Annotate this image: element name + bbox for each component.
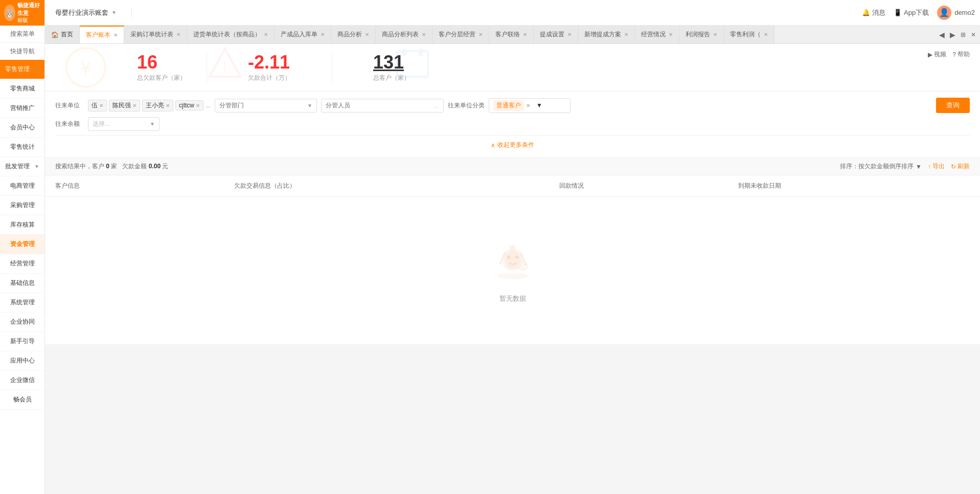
sort-selector[interactable]: 排序：按欠款金额倒序排序 ▼	[840, 162, 922, 171]
close-icon[interactable]: ✕	[764, 32, 768, 37]
unit-filter-tags: 伍 ✕ 陈民强 ✕ 王小亮 ✕ cjttcw ✕ ...	[88, 100, 211, 111]
stat-debt: -2.11 欠款合计（万）	[248, 53, 311, 82]
sidebar-item-inventory[interactable]: 库存核算	[0, 215, 44, 235]
close-icon[interactable]: ✕	[113, 32, 118, 38]
tab-customer-level[interactable]: 客户分层经营 ✕	[432, 26, 489, 44]
sidebar-item-marketing[interactable]: 营销推广	[0, 99, 44, 118]
sidebar: 🐰 畅捷通好生意 标版 搜索菜单 快捷导航 零售管理 ▼ 零售商城 营销推广 会…	[0, 0, 45, 494]
app-download-button[interactable]: 📱 App下载	[894, 8, 929, 17]
tab-retail-profit[interactable]: 零售利润（ ✕	[724, 26, 774, 44]
sidebar-item-operations[interactable]: 经营管理	[0, 254, 44, 274]
export-icon: ↑	[928, 163, 931, 170]
sidebar-item-app-center[interactable]: 应用中心	[0, 351, 44, 371]
sidebar-item-wechat[interactable]: 企业微信	[0, 371, 44, 390]
tab-close-all-icon[interactable]: ✕	[969, 30, 978, 39]
tab-product-analysis[interactable]: 商品分析 ✕	[331, 26, 376, 44]
svg-point-7	[497, 273, 528, 279]
svg-point-17	[524, 263, 526, 265]
chevron-down-icon: ▼	[150, 121, 155, 127]
total-customers-value: 16	[137, 53, 157, 72]
tab-customer-contact[interactable]: 客户联络 ✕	[489, 26, 534, 44]
close-icon[interactable]: ✕	[567, 32, 572, 37]
filter-area: 往来单位 伍 ✕ 陈民强 ✕ 王小亮 ✕ cjttcw	[45, 92, 980, 158]
user-menu[interactable]: 👤 demo2	[937, 6, 975, 20]
filter-row-1: 往来单位 伍 ✕ 陈民强 ✕ 王小亮 ✕ cjttcw	[55, 98, 970, 113]
sidebar-item-retail-mall[interactable]: 零售商城	[0, 79, 44, 99]
collapse-filter-button[interactable]: ∧ 收起更多条件	[55, 139, 970, 151]
company-selector[interactable]: 母婴行业演示账套 ▼	[50, 8, 132, 17]
close-icon[interactable]: ✕	[132, 103, 136, 108]
balance-label: 往来余额	[55, 120, 84, 128]
app-subtitle: 标版	[17, 17, 40, 24]
tab-customer-capital[interactable]: 客户账本 ✕	[80, 26, 124, 44]
unit-class-selector[interactable]: 普通客户 ✕ ▼	[489, 98, 571, 113]
result-info: 搜索结果中，客户 0 家 欠款金额 0.00 元	[55, 162, 168, 171]
close-icon[interactable]: ✕	[99, 103, 103, 108]
sidebar-item-newbie[interactable]: 新手引导	[0, 332, 44, 351]
sidebar-item-system[interactable]: 系统管理	[0, 293, 44, 312]
close-icon[interactable]: ✕	[264, 32, 268, 37]
data-table: 客户信息 欠款交易信息（占比） 回款情况 到期未收款日期	[45, 175, 980, 197]
sidebar-item-retail[interactable]: 零售管理 ▼	[0, 60, 44, 79]
sidebar-item-member[interactable]: 会员中心	[0, 118, 44, 138]
close-icon[interactable]: ✕	[166, 103, 170, 108]
tab-home[interactable]: 🏠 首页	[45, 26, 80, 44]
dept-selector[interactable]: 分管部门 ▼	[215, 99, 317, 113]
result-bar: 搜索结果中，客户 0 家 欠款金额 0.00 元 排序：按欠款金额倒序排序 ▼ …	[45, 158, 980, 175]
tabbar: 🏠 首页 客户账本 ✕ 采购订单统计表 ✕ 进货单统计表（按商品） ✕ 产成品入…	[45, 26, 980, 44]
close-icon[interactable]: ✕	[321, 32, 325, 37]
col-payment-status: 回款情况	[549, 175, 728, 197]
person-selector[interactable]: 分管人员 …	[321, 99, 444, 113]
sidebar-item-retail-stats[interactable]: 零售统计	[0, 138, 44, 157]
refresh-button[interactable]: ↻ 刷新	[951, 162, 970, 171]
close-icon[interactable]: ✕	[196, 103, 200, 108]
filter-more-tags[interactable]: ...	[206, 102, 211, 109]
query-button[interactable]: 查询	[936, 98, 970, 113]
sidebar-item-quick-nav[interactable]: 快捷导航	[0, 43, 44, 60]
sidebar-item-wholesale[interactable]: 批发管理 ▼	[0, 157, 44, 176]
tab-business-status[interactable]: 经营情况 ✕	[635, 26, 679, 44]
filter-tag-chen[interactable]: 陈民强 ✕	[109, 100, 140, 111]
tab-expand-icon[interactable]: ⊞	[959, 30, 968, 39]
sidebar-item-vip[interactable]: 畅会员	[0, 390, 44, 410]
close-icon[interactable]: ✕	[669, 32, 673, 37]
close-icon[interactable]: ✕	[478, 32, 483, 37]
tab-next-arrow[interactable]: ▶	[948, 30, 958, 40]
stat-total-customers-2: 131 总客户（家）	[373, 53, 430, 82]
tab-purchase-order[interactable]: 采购订单统计表 ✕	[124, 26, 187, 44]
filter-tag-wang[interactable]: 王小亮 ✕	[142, 100, 173, 111]
sidebar-item-finance[interactable]: 资金管理	[0, 235, 44, 254]
tab-profit-report[interactable]: 利润报告 ✕	[679, 26, 724, 44]
col-debt-info: 欠款交易信息（占比）	[224, 175, 549, 197]
close-icon[interactable]: ✕	[176, 32, 180, 37]
total-customers2-value: 131	[373, 53, 404, 72]
filter-tag-wu[interactable]: 伍 ✕	[88, 100, 107, 111]
balance-selector[interactable]: 选择... ▼	[88, 117, 159, 131]
chevron-down-icon: ▼	[916, 163, 922, 170]
close-icon[interactable]: ✕	[523, 32, 527, 37]
tab-instock-stats[interactable]: 进货单统计表（按商品） ✕	[187, 26, 275, 44]
svg-point-11	[515, 256, 518, 259]
close-icon[interactable]: ✕	[624, 32, 628, 37]
col-customer-info: 客户信息	[45, 175, 224, 197]
stat-divider-2	[332, 52, 332, 83]
tab-product-analysis-list[interactable]: 商品分析列表 ✕	[376, 26, 432, 44]
sidebar-item-basic-info[interactable]: 基础信息	[0, 274, 44, 293]
tab-suggest-settings[interactable]: 提成设置 ✕	[534, 26, 578, 44]
sidebar-item-purchase[interactable]: 采购管理	[0, 196, 44, 215]
close-icon[interactable]: ✕	[526, 103, 530, 108]
close-icon[interactable]: ✕	[713, 32, 717, 37]
close-icon[interactable]: ✕	[365, 32, 369, 37]
close-icon[interactable]: ✕	[422, 32, 426, 37]
export-button[interactable]: ↑ 导出	[928, 162, 945, 171]
tab-prev-arrow[interactable]: ◀	[937, 30, 947, 40]
sidebar-item-search[interactable]: 搜索菜单	[0, 26, 44, 43]
col-overdue-date: 到期未收款日期	[728, 175, 980, 197]
sidebar-item-ecommerce[interactable]: 电商管理	[0, 176, 44, 196]
tab-product-instock[interactable]: 产成品入库单 ✕	[275, 26, 331, 44]
tab-new-suggest[interactable]: 新增提成方案 ✕	[578, 26, 635, 44]
message-button[interactable]: 🔔 消息	[862, 8, 885, 17]
sidebar-item-enterprise[interactable]: 企业协同	[0, 312, 44, 332]
filter-tag-cjttcw[interactable]: cjttcw ✕	[175, 100, 203, 110]
app-logo: 🐰 畅捷通好生意 标版	[0, 0, 44, 26]
